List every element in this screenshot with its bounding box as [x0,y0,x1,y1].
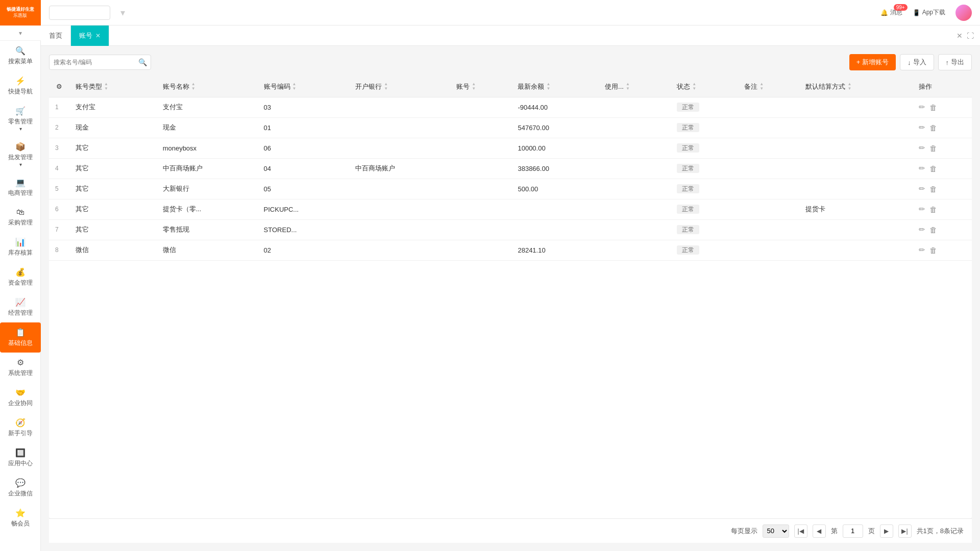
table-row: 7 其它 零售抵现 STORED... 正常 ✏ 🗑 [49,219,972,240]
col-settings[interactable]: ⚙ [49,77,69,97]
row-code-2: 06 [258,138,350,158]
row-usage-3 [599,158,671,179]
col-balance[interactable]: 最新余额▲▼ [511,77,599,97]
page-input[interactable] [843,524,863,538]
edit-icon-0[interactable]: ✏ [919,103,925,112]
sidebar-item-10[interactable]: ⚙系统管理 [0,353,41,383]
row-type-3: 其它 [69,158,157,179]
sidebar-item-12[interactable]: 🧭新手引导 [0,413,41,443]
sidebar-dropdown[interactable]: ▾ [0,26,41,41]
export-label: 导出 [951,58,964,67]
sidebar-item-14[interactable]: 💬企业微信 [0,473,41,503]
account-search-input[interactable] [49,55,151,70]
tab-account-label: 账号 [79,31,92,40]
tab-account[interactable]: 账号 ✕ [71,26,109,46]
col-default-payment[interactable]: 默认结算方式▲▼ [799,77,912,97]
import-button[interactable]: ↓ 导入 [900,54,934,70]
next-page-button[interactable]: ▶ [880,524,893,538]
tab-home[interactable]: 首页 [41,26,71,46]
row-status-3: 正常 [671,158,738,179]
col-account[interactable]: 账号▲▼ [450,77,511,97]
col-remark[interactable]: 备注▲▼ [738,77,799,97]
row-account-7 [450,240,511,260]
tab-home-label: 首页 [49,31,62,40]
sidebar-item-6[interactable]: 📊库存核算 [0,232,41,262]
sidebar-item-15[interactable]: ⭐畅会员 [0,503,41,533]
delete-icon-2[interactable]: 🗑 [929,144,937,153]
main-area: ▾ 🔔 消息 99+ 📱 App下载 首页 账号 ✕ ✕ ⛶ [41,0,980,551]
sidebar-item-3[interactable]: 📦批发管理▾ [0,137,41,172]
page-suffix-label: 页 [868,527,875,536]
sidebar-item-11[interactable]: 🤝企业协同 [0,383,41,413]
sidebar-icon-4: 💻 [15,178,26,187]
sidebar-icon-7: 💰 [15,267,26,277]
row-code-6: STORED... [258,219,350,240]
row-status-4: 正常 [671,179,738,199]
first-page-button[interactable]: |◀ [794,524,807,538]
sidebar-item-0[interactable]: 🔍搜索菜单 [0,41,41,71]
edit-icon-4[interactable]: ✏ [919,184,925,193]
export-button[interactable]: ↑ 导出 [938,54,972,70]
tab-bar: 首页 账号 ✕ ✕ ⛶ [41,26,980,46]
col-usage[interactable]: 使用...▲▼ [599,77,671,97]
sidebar-item-8[interactable]: 📈经营管理 [0,292,41,322]
col-code[interactable]: 账号编码▲▼ [258,77,350,97]
row-name-0: 支付宝 [157,97,258,117]
row-actions-6: ✏ 🗑 [913,219,972,240]
col-status[interactable]: 状态▲▼ [671,77,738,97]
row-status-7: 正常 [671,240,738,260]
delete-icon-4[interactable]: 🗑 [929,185,937,193]
col-bank[interactable]: 开户银行▲▼ [349,77,450,97]
last-page-button[interactable]: ▶| [898,524,912,538]
sidebar-icon-8: 📈 [15,297,26,307]
maximize-icon[interactable]: ⛶ [967,32,974,40]
row-usage-7 [599,240,671,260]
close-window-icon[interactable]: ✕ [957,32,963,40]
edit-icon-6[interactable]: ✏ [919,225,925,234]
global-search-input[interactable] [49,6,110,20]
edit-icon-7[interactable]: ✏ [919,245,925,255]
message-button[interactable]: 🔔 消息 99+ [880,8,902,17]
prev-page-button[interactable]: ◀ [813,524,826,538]
delete-icon-3[interactable]: 🗑 [929,164,937,173]
delete-icon-0[interactable]: 🗑 [929,103,937,112]
sidebar-item-9[interactable]: 📋基础信息 [0,322,41,353]
tab-actions: ✕ ⛶ [950,32,980,40]
sidebar-item-4[interactable]: 💻电商管理 [0,172,41,203]
table-row: 6 其它 提货卡（零... PICKUPC... 正常 提货卡 ✏ 🗑 [49,199,972,219]
delete-icon-6[interactable]: 🗑 [929,226,937,234]
avatar[interactable] [955,5,972,21]
row-remark-0 [738,97,799,117]
edit-icon-1[interactable]: ✏ [919,123,925,132]
row-bank-1 [349,117,450,138]
sidebar-icon-15: ⭐ [15,508,26,518]
row-balance-4: 500.00 [511,179,599,199]
delete-icon-7[interactable]: 🗑 [929,246,937,255]
add-account-button[interactable]: + 新增账号 [849,54,896,70]
edit-icon-2[interactable]: ✏ [919,143,925,153]
row-account-1 [450,117,511,138]
tab-close-icon[interactable]: ✕ [95,32,101,39]
table-row: 5 其它 大新银行 05 500.00 正常 ✏ 🗑 [49,179,972,199]
content-area: 🔍 + 新增账号 ↓ 导入 ↑ 导出 ⚙ [41,46,980,551]
message-badge: 99+ [894,4,908,11]
delete-icon-1[interactable]: 🗑 [929,123,937,132]
logo-sub: 乐惠版 [13,12,27,19]
sidebar-item-13[interactable]: 🔲应用中心 [0,443,41,473]
row-status-1: 正常 [671,117,738,138]
edit-icon-5[interactable]: ✏ [919,205,925,214]
col-name[interactable]: 账号名称▲▼ [157,77,258,97]
edit-icon-3[interactable]: ✏ [919,164,925,173]
app-download-button[interactable]: 📱 App下载 [913,8,945,17]
sidebar-item-1[interactable]: ⚡快捷导航 [0,71,41,101]
sidebar-item-2[interactable]: 🛒零售管理▾ [0,101,41,137]
sidebar-icon-0: 🔍 [15,46,26,56]
row-remark-1 [738,117,799,138]
sidebar-item-5[interactable]: 🛍采购管理 [0,203,41,232]
delete-icon-5[interactable]: 🗑 [929,205,937,214]
col-type[interactable]: 账号类型▲▼ [69,77,157,97]
sidebar-item-7[interactable]: 💰资金管理 [0,262,41,292]
per-page-select[interactable]: 50 100 [763,524,789,538]
row-type-0: 支付宝 [69,97,157,117]
sidebar-icon-9: 📋 [15,328,26,337]
